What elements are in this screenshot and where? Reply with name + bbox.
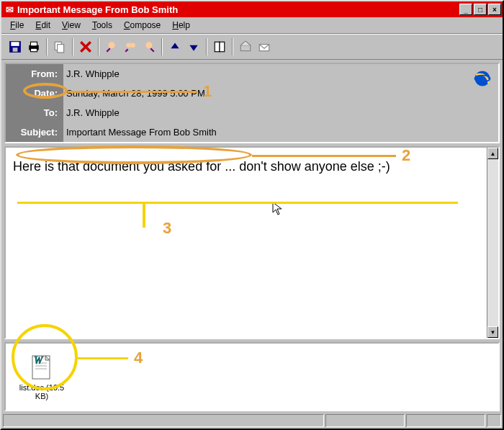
menu-file[interactable]: File	[4, 19, 30, 32]
from-label: From:	[6, 64, 63, 84]
svg-rect-4	[31, 42, 37, 46]
titlebar: ✉ Important Message From Bob Smith _ □ ×	[1, 1, 503, 17]
sendrecv-icon[interactable]	[256, 38, 273, 55]
scroll-up-button[interactable]: ▲	[487, 148, 498, 159]
outlook-express-window: ✉ Important Message From Bob Smith _ □ ×…	[0, 0, 504, 430]
mail-app-icon: ✉	[3, 4, 16, 15]
attachment-filename: list.doc (19.5 KB)	[13, 383, 71, 400]
menu-help[interactable]: Help	[166, 19, 196, 32]
svg-rect-1	[11, 42, 19, 46]
menu-compose[interactable]: Compose	[118, 19, 166, 32]
copy-icon[interactable]	[51, 38, 68, 55]
subject-label: Subject:	[6, 122, 63, 142]
scroll-down-button[interactable]: ▼	[487, 326, 498, 338]
separator	[46, 38, 48, 55]
subject-value: Important Message From Bob Smith	[63, 122, 498, 142]
header-labels: From: Date: To: Subject:	[6, 64, 63, 142]
menu-view[interactable]: View	[56, 19, 86, 32]
inbox-icon[interactable]	[237, 38, 254, 55]
cursor-icon	[272, 202, 284, 220]
print-icon[interactable]	[25, 38, 42, 55]
window-title: Important Message From Bob Smith	[16, 4, 458, 15]
separator	[232, 38, 233, 55]
svg-rect-5	[31, 48, 37, 52]
next-icon[interactable]	[185, 38, 202, 55]
date-value: Sunday, March 28, 1999 5:00 PM	[63, 84, 498, 103]
ie-logo-icon	[472, 68, 492, 90]
svg-rect-13	[220, 42, 225, 52]
svg-rect-14	[240, 45, 251, 51]
reply-icon[interactable]	[103, 38, 120, 55]
word-doc-icon: W	[30, 353, 54, 382]
separator	[161, 38, 163, 55]
status-cell	[325, 414, 405, 427]
attachment-pane: W list.doc (19.5 KB)	[4, 342, 500, 411]
message-body-pane: Here is that document you asked for ... …	[4, 146, 500, 339]
toolbar	[1, 34, 503, 60]
menu-tools[interactable]: Tools	[86, 19, 118, 32]
delete-icon[interactable]	[77, 38, 94, 55]
attachment-item[interactable]: W list.doc (19.5 KB)	[13, 353, 71, 400]
status-cell	[3, 414, 324, 427]
message-body-text: Here is that document you asked for ... …	[13, 159, 390, 174]
separator	[206, 38, 207, 55]
menu-edit[interactable]: Edit	[30, 19, 56, 32]
addressbook-icon[interactable]	[211, 38, 228, 55]
status-cell	[406, 414, 485, 427]
vertical-scrollbar[interactable]: ▲ ▼	[487, 148, 498, 338]
separator	[98, 38, 99, 55]
close-button[interactable]: ×	[488, 4, 501, 15]
minimize-button[interactable]: _	[459, 4, 472, 15]
from-value: J.R. Whipple	[63, 64, 498, 84]
svg-point-10	[130, 42, 135, 48]
svg-rect-2	[13, 48, 18, 52]
save-icon[interactable]	[6, 38, 24, 55]
forward-icon[interactable]	[140, 38, 158, 55]
header-values: J.R. Whipple Sunday, March 28, 1999 5:00…	[63, 64, 498, 142]
svg-point-8	[109, 42, 115, 48]
prev-icon[interactable]	[166, 38, 184, 55]
reply-all-icon[interactable]	[122, 38, 139, 55]
to-label: To:	[6, 103, 63, 122]
separator	[72, 38, 73, 55]
scroll-track[interactable]	[487, 159, 498, 326]
resize-grip[interactable]	[487, 414, 501, 427]
svg-text:W: W	[34, 355, 44, 366]
statusbar	[1, 413, 503, 429]
svg-rect-12	[215, 42, 220, 52]
menubar: File Edit View Tools Compose Help	[1, 17, 503, 34]
to-value: J.R. Whipple	[63, 103, 498, 122]
message-header-pane: From: Date: To: Subject: J.R. Whipple Su…	[4, 63, 500, 143]
date-label: Date:	[6, 84, 63, 103]
svg-rect-7	[58, 45, 64, 53]
maximize-button[interactable]: □	[474, 4, 487, 15]
svg-point-11	[146, 42, 153, 48]
